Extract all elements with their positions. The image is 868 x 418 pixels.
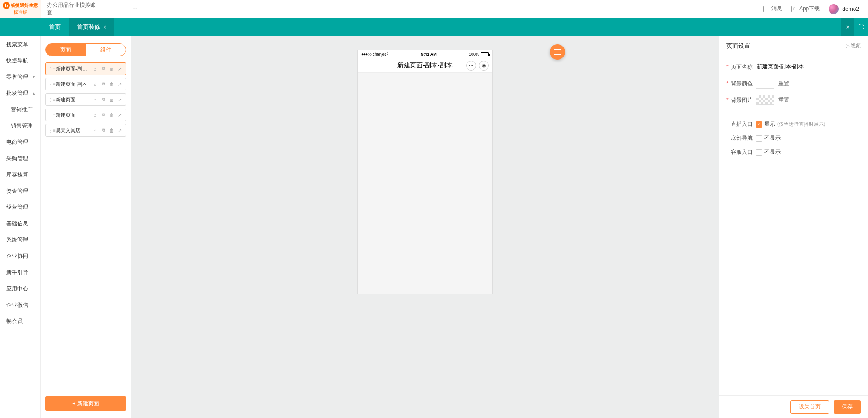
close-icon[interactable]: × bbox=[103, 24, 106, 30]
tab-decorate[interactable]: 首页装修 × bbox=[69, 18, 114, 36]
logo-icon: b bbox=[3, 2, 10, 9]
tab-home[interactable]: 首页 bbox=[41, 18, 69, 36]
username[interactable]: demo2 bbox=[842, 6, 859, 12]
message-icon: ⋯ bbox=[763, 6, 769, 12]
chevron-down-icon: ﹀ bbox=[133, 6, 137, 12]
app-download-link[interactable]: ▯ App下载 bbox=[791, 5, 820, 13]
fullscreen-icon[interactable]: ⛶ bbox=[854, 18, 868, 36]
tabs-bar: 首页 首页装修 × × ⛶ bbox=[0, 18, 868, 36]
account-selector[interactable]: 办公用品行业模拟账套 ﹀ bbox=[47, 1, 137, 17]
app-download-label: App下载 bbox=[799, 5, 820, 13]
logo-subtitle: 标准版 bbox=[14, 10, 27, 16]
logo[interactable]: b 畅捷通好生意 标准版 bbox=[0, 0, 41, 18]
messages-link[interactable]: ⋯ 消息 bbox=[763, 5, 782, 13]
tab-close-all[interactable]: × bbox=[841, 18, 854, 36]
avatar[interactable] bbox=[829, 4, 839, 14]
messages-label: 消息 bbox=[771, 5, 782, 13]
top-header: b 畅捷通好生意 标准版 办公用品行业模拟账套 ﹀ ⋯ 消息 ▯ App下载 d… bbox=[0, 0, 868, 18]
logo-text: 畅捷通好生意 bbox=[11, 2, 38, 9]
account-name: 办公用品行业模拟账套 bbox=[47, 1, 97, 17]
phone-icon: ▯ bbox=[791, 6, 797, 12]
